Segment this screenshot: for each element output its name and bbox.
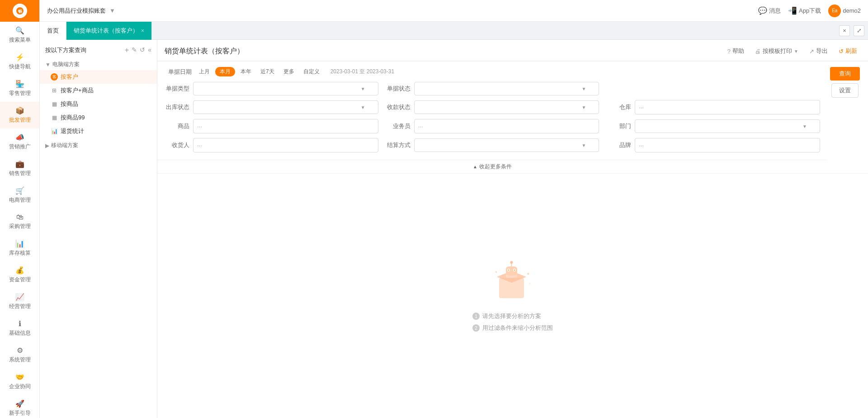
receiptstatus-select[interactable]: ▼ — [414, 100, 599, 114]
header-dropdown-icon[interactable]: ▼ — [109, 7, 115, 14]
return-stat-icon: 📊 — [51, 128, 58, 135]
add-scheme-button[interactable]: + — [125, 46, 129, 54]
header-right: 💬 消息 📲 App下载 Ea demo2 — [758, 5, 861, 17]
tab-home-label: 首页 — [47, 27, 59, 35]
message-icon: 💬 — [758, 6, 767, 15]
brand-dots[interactable]: ··· — [639, 142, 644, 149]
group-arrow-icon: ▼ — [45, 62, 51, 68]
print-icon: 🖨 — [755, 48, 761, 55]
product-label: 商品 — [165, 122, 189, 130]
salesperson-dots[interactable]: ··· — [418, 123, 423, 130]
collapse-filter-button[interactable]: ▲ 收起更多条件 — [157, 160, 827, 173]
avatar: Ea — [828, 5, 841, 17]
sidebar-item-operations[interactable]: 📈 经营管理 — [0, 288, 39, 315]
svg-text:✦: ✦ — [528, 282, 531, 285]
app-download-button[interactable]: 📲 App下载 — [788, 6, 821, 15]
scheme-group-mobile-title[interactable]: ▶ 移动端方案 — [40, 140, 157, 151]
tab-home[interactable]: 首页 — [40, 22, 66, 40]
docstatus-select[interactable]: ▼ — [414, 82, 599, 95]
sidebar-item-quicknav[interactable]: ⚡ 快捷导航 — [0, 48, 39, 75]
sidebar-item-newbie[interactable]: 🚀 新手引导 — [0, 395, 39, 418]
warehouse-select[interactable]: ··· — [635, 100, 820, 114]
sidebar-item-system[interactable]: ⚙ 系统管理 — [0, 342, 39, 368]
sidebar-item-marketing[interactable]: 📣 营销推广 — [0, 128, 39, 155]
date-tab-more[interactable]: 更多 — [280, 67, 298, 76]
scheme-item-return-stat[interactable]: 📊 退货统计 — [40, 124, 157, 138]
header-title: 办公用品行业模拟账套 — [47, 7, 106, 15]
filter-item-doctype: 单据类型 ▼ — [165, 82, 378, 95]
sidebar-item-purchase[interactable]: 🛍 采购管理 — [0, 209, 39, 235]
download-icon: 📲 — [788, 6, 797, 15]
help-icon: ? — [727, 48, 731, 55]
doctype-chevron: ▼ — [361, 86, 365, 91]
query-button[interactable]: 查询 — [830, 67, 860, 81]
scheme-item-by-customer[interactable]: 客 按客户 — [40, 70, 157, 84]
date-tab-lastmonth[interactable]: 上月 — [195, 67, 213, 76]
sidebar-item-ecommerce[interactable]: 🛒 电商管理 — [0, 182, 39, 209]
date-filter-label: 单据日期 — [165, 68, 192, 76]
product-select[interactable]: ··· — [193, 119, 378, 133]
sidebar-item-enterprise[interactable]: 🤝 企业协同 — [0, 368, 39, 395]
refresh-button[interactable]: ↺ 刷新 — [835, 45, 861, 57]
date-tab-custom[interactable]: 自定义 — [300, 67, 323, 76]
print-button[interactable]: 🖨 按模板打印 ▼ — [751, 45, 802, 57]
tab-expand-button[interactable]: ⤢ — [854, 25, 864, 36]
date-tab-thismonth[interactable]: 本月 — [215, 67, 235, 76]
date-tab-last7[interactable]: 近7天 — [257, 67, 278, 76]
sidebar-item-search[interactable]: 🔍 搜索菜单 — [0, 22, 39, 48]
filter-row-date: 单据日期 上月 本月 本年 近7天 更多 自定义 2023-03-01 至 20… — [165, 67, 820, 76]
avatar-initials: Ea — [832, 8, 837, 13]
user-menu[interactable]: Ea demo2 — [828, 5, 861, 17]
empty-tip-2-text: 用过滤条件来缩小分析范围 — [482, 324, 553, 332]
collapse-label: 收起更多条件 — [479, 163, 512, 171]
tab-close-all-button[interactable]: × — [839, 25, 850, 36]
scheme-product-label: 按商品 — [61, 100, 78, 108]
filter-side-buttons: 查询 设置 — [827, 62, 868, 173]
empty-tips: 1 请先选择要分析的方案 2 用过滤条件来缩小分析范围 — [472, 312, 553, 332]
help-button[interactable]: ? 帮助 — [724, 45, 748, 57]
payment-select[interactable]: ▼ — [414, 138, 599, 152]
close-all-icon: × — [843, 27, 846, 34]
export-button[interactable]: ↗ 导出 — [806, 45, 831, 57]
sidebar-item-retail[interactable]: 🏪 零售管理 — [0, 75, 39, 102]
scheme-item-by-product[interactable]: ▦ 按商品 — [40, 97, 157, 111]
product-dots[interactable]: ··· — [197, 123, 202, 130]
settings-button[interactable]: 设置 — [831, 83, 859, 98]
warehouse-dots[interactable]: ··· — [639, 104, 644, 111]
refresh-scheme-icon[interactable]: ↺ — [140, 46, 145, 54]
sidebar-item-sales[interactable]: 💼 销售管理 — [0, 155, 39, 182]
main-panel-header: 销货单统计表（按客户） ? 帮助 🖨 按模板打印 ▼ ↗ 导出 — [157, 40, 868, 61]
edit-scheme-icon[interactable]: ✎ — [132, 46, 137, 54]
scheme-item-by-product-99[interactable]: ▦ 按商品99 — [40, 111, 157, 124]
sidebar-basic-label: 基础信息 — [9, 329, 31, 337]
warehouse-label: 仓库 — [606, 103, 631, 111]
sidebar-item-wholesale[interactable]: 📦 批发管理 — [0, 102, 39, 128]
tab-close-icon[interactable]: × — [141, 28, 144, 34]
finance-icon: 💰 — [15, 266, 24, 275]
sidebar-item-basic[interactable]: ℹ 基础信息 — [0, 315, 39, 342]
message-button[interactable]: 💬 消息 — [758, 6, 781, 15]
date-tab-thisyear[interactable]: 本年 — [237, 67, 255, 76]
main-container: 办公用品行业模拟账套 ▼ 💬 消息 📲 App下载 Ea demo2 首页 — [40, 0, 868, 418]
svg-text:✦: ✦ — [526, 271, 530, 276]
consignee-label: 收货人 — [165, 141, 189, 149]
salesperson-select[interactable]: ··· — [414, 119, 599, 133]
consignee-select[interactable]: ··· — [193, 138, 378, 152]
tab-sales-stat[interactable]: 销货单统计表（按客户） × — [66, 22, 152, 40]
search-icon: 🔍 — [15, 26, 24, 35]
scheme-item-customer-product[interactable]: ⊞ 按客户+商品 — [40, 84, 157, 97]
side-panel: 按以下方案查询 + ✎ ↺ « ▼ 电脑端方案 客 按客户 — [40, 40, 157, 418]
outstatus-select[interactable]: ▼ — [193, 100, 378, 114]
consignee-dots[interactable]: ··· — [197, 142, 202, 149]
message-label: 消息 — [769, 7, 781, 15]
collapse-panel-button[interactable]: « — [148, 46, 151, 54]
brand-select[interactable]: ··· — [635, 138, 820, 152]
tip-num-1: 1 — [472, 313, 480, 320]
sidebar-item-finance[interactable]: 💰 资金管理 — [0, 261, 39, 288]
filter-item-outstatus: 出库状态 ▼ — [165, 100, 378, 114]
doctype-select[interactable]: ▼ — [193, 82, 378, 95]
sidebar-item-inventory[interactable]: 📊 库存核算 — [0, 235, 39, 261]
wholesale-icon: 📦 — [15, 106, 24, 115]
department-select[interactable]: ▼ — [635, 119, 820, 133]
scheme-group-desktop-title[interactable]: ▼ 电脑端方案 — [40, 59, 157, 70]
